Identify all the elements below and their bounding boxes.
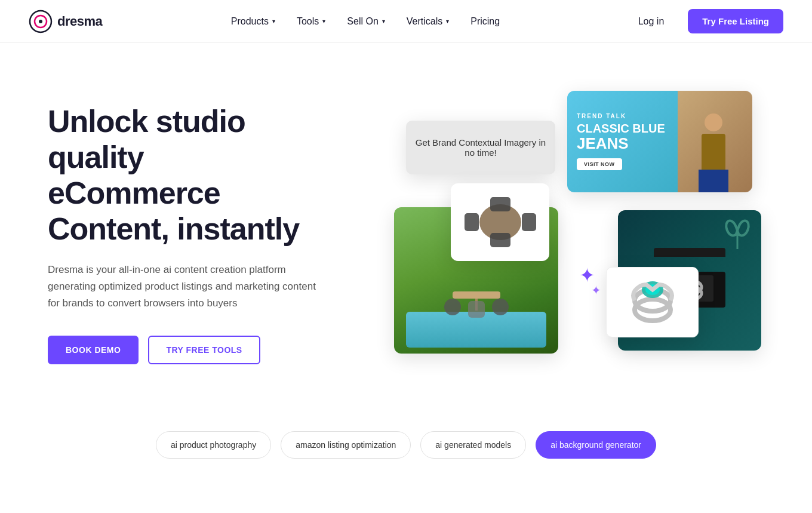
- trend-title-line2: JEANS: [577, 135, 668, 152]
- logo-link[interactable]: dresma: [29, 10, 102, 33]
- chevron-down-icon: ▾: [272, 18, 275, 24]
- nav-link-products[interactable]: Products ▾: [231, 16, 275, 27]
- nav-item-verticals[interactable]: Verticals ▾: [407, 16, 449, 27]
- tag-ai-generated-models[interactable]: ai generated models: [420, 431, 526, 459]
- chevron-down-icon: ▾: [446, 18, 449, 24]
- book-demo-button[interactable]: BOOK DEMO: [48, 336, 139, 364]
- svg-rect-5: [490, 233, 510, 247]
- ribbon-decoration: [725, 219, 749, 255]
- hero-visual: Get Brand Contextual Imagery in no time!…: [394, 91, 764, 377]
- svg-point-2: [39, 20, 42, 23]
- trend-label: TREND TALK: [577, 113, 668, 119]
- nav-item-sellon[interactable]: Sell On ▾: [347, 16, 385, 27]
- outdoor-furniture: [444, 291, 509, 318]
- hero-section: Unlock studio quality eCommerce Content,…: [0, 43, 812, 413]
- logo-icon: [29, 10, 53, 33]
- svg-rect-4: [490, 197, 510, 211]
- logo-text: dresma: [57, 14, 102, 29]
- sparkles-decoration: ✦ ✦: [579, 264, 601, 297]
- fashion-figure: [690, 109, 737, 192]
- trend-talk-card: TREND TALK CLASSIC BLUE JEANS VISIT NOW: [567, 91, 752, 192]
- brand-contextual-card: Get Brand Contextual Imagery in no time!: [406, 121, 555, 174]
- nav-item-products[interactable]: Products ▾: [231, 16, 275, 27]
- hero-title: Unlock studio quality eCommerce Content,…: [48, 104, 322, 247]
- try-free-tools-button[interactable]: TRY FREE TOOLS: [148, 336, 260, 364]
- fashion-model-area: [675, 91, 752, 192]
- trend-text-area: TREND TALK CLASSIC BLUE JEANS VISIT NOW: [567, 91, 678, 192]
- hero-description: Dresma is your all-in-one ai content cre…: [48, 262, 322, 312]
- furniture-small-card: [451, 183, 549, 261]
- furniture-icon: [462, 192, 539, 252]
- tag-ai-background-generator[interactable]: ai background generator: [536, 431, 656, 459]
- navbar: dresma Products ▾ Tools ▾ Sell On ▾ Vert…: [0, 0, 812, 43]
- nav-item-pricing[interactable]: Pricing: [470, 16, 500, 27]
- nav-link-sellon[interactable]: Sell On ▾: [347, 16, 385, 27]
- visit-now-button[interactable]: VISIT NOW: [577, 158, 622, 170]
- nav-item-tools[interactable]: Tools ▾: [297, 16, 325, 27]
- svg-rect-6: [465, 213, 479, 231]
- sparkle-small: ✦: [591, 283, 601, 297]
- trend-title-line1: CLASSIC BLUE: [577, 122, 668, 135]
- nav-links: Products ▾ Tools ▾ Sell On ▾ Verticals ▾: [231, 16, 500, 27]
- brand-contextual-text: Get Brand Contextual Imagery in no time!: [413, 137, 548, 158]
- nav-link-pricing[interactable]: Pricing: [470, 16, 500, 27]
- ring-icon: [620, 275, 685, 329]
- tag-amazon-listing[interactable]: amazon listing optimization: [281, 431, 411, 459]
- login-button[interactable]: Log in: [629, 11, 674, 32]
- nav-link-tools[interactable]: Tools ▾: [297, 16, 325, 27]
- chevron-down-icon: ▾: [382, 18, 385, 24]
- hero-left: Unlock studio quality eCommerce Content,…: [48, 104, 322, 364]
- nav-link-verticals[interactable]: Verticals ▾: [407, 16, 449, 27]
- tag-ai-product-photography[interactable]: ai product photography: [156, 431, 271, 459]
- try-free-listing-button[interactable]: Try Free Listing: [688, 9, 783, 33]
- hero-buttons: BOOK DEMO TRY FREE TOOLS: [48, 336, 322, 364]
- chevron-down-icon: ▾: [322, 18, 325, 24]
- svg-rect-7: [522, 213, 536, 231]
- tags-section: ai product photography amazon listing op…: [0, 413, 812, 494]
- nav-actions: Log in Try Free Listing: [629, 9, 783, 33]
- ring-small-card: [606, 267, 699, 337]
